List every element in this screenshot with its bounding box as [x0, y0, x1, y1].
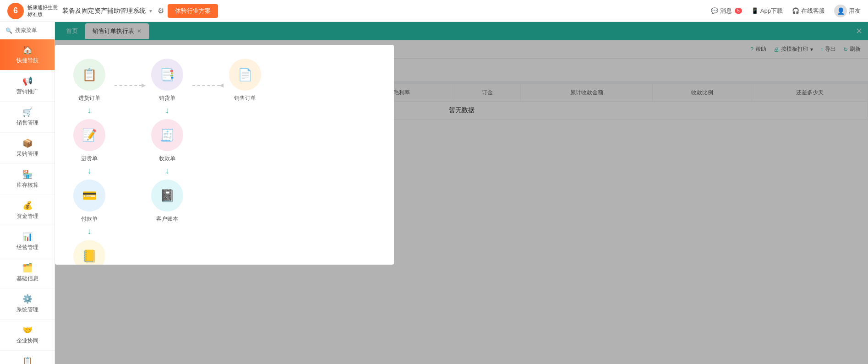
- online-service-action[interactable]: 🎧 在线客服: [792, 7, 825, 15]
- customer-ledger-circle: 📓: [151, 179, 183, 212]
- receipt-bill-circle: 🧾: [151, 119, 183, 151]
- enterprise-icon: 🤝: [22, 325, 33, 335]
- customer-ledger-label: 客户账本: [156, 215, 178, 223]
- search-icon: 🔍: [5, 27, 12, 34]
- receipt-bill-label: 收款单: [159, 155, 175, 163]
- payment-bill-node[interactable]: 💳 付款单: [73, 179, 105, 223]
- message-action[interactable]: 💬 消息 5: [711, 7, 742, 15]
- operations-icon: 📊: [22, 232, 33, 242]
- sidebar-item-finance[interactable]: 💰 资金管理: [0, 195, 55, 226]
- dashed-arrow-right-1: ▶: [115, 70, 142, 102]
- quick-guide-panel: 📋 进货订单 ↓ 📝 进货单: [55, 45, 394, 265]
- system-name: 装备及固定资产辅助管理系统: [62, 7, 146, 15]
- message-badge: 5: [735, 8, 742, 14]
- sales-bill-circle: 📑: [151, 59, 183, 91]
- sidebar-item-inventory[interactable]: 🏪 库存核算: [0, 164, 55, 195]
- purchase-bill-node[interactable]: 📝 进货单: [73, 119, 105, 163]
- settings-icon[interactable]: ⚙: [158, 6, 164, 15]
- purchase-icon: 📦: [22, 138, 33, 148]
- dropdown-arrow-icon[interactable]: ▾: [149, 8, 152, 14]
- marketing-icon: 📢: [22, 76, 33, 86]
- user-action[interactable]: 👤 用友: [834, 5, 861, 17]
- col-arrows-2: ◀: [192, 59, 220, 265]
- app-download-action[interactable]: 📱 App下载: [751, 7, 783, 15]
- sidebar-item-newbie[interactable]: 📋 新手引导: [0, 351, 55, 364]
- sales-order-label: 销售订单: [234, 94, 256, 102]
- sidebar-item-quick-nav[interactable]: 🏠 快捷导航: [0, 39, 55, 71]
- supplier-ledger-node[interactable]: 📒 供应商账本: [73, 240, 105, 265]
- header-right: 💬 消息 5 📱 App下载 🎧 在线客服 👤 用友: [711, 5, 861, 17]
- sales-icon: 🛒: [22, 107, 33, 117]
- flow-diagram: 📋 进货订单 ↓ 📝 进货单: [73, 59, 376, 265]
- finance-icon: 💰: [22, 201, 33, 211]
- system-icon: ⚙️: [22, 294, 33, 304]
- purchase-bill-label: 进货单: [81, 155, 98, 163]
- sales-order-node[interactable]: 📄 销售订单: [229, 59, 261, 102]
- arrow-down-3: ↓: [87, 227, 92, 236]
- arrow-down-2: ↓: [87, 166, 92, 176]
- sidebar-item-sales[interactable]: 🛒 销售管理: [0, 102, 55, 133]
- app-icon: 📱: [751, 7, 759, 14]
- inventory-icon: 🏪: [22, 169, 33, 179]
- purchase-order-circle: 📋: [73, 59, 105, 91]
- sales-bill-node[interactable]: 📑 销货单: [151, 59, 183, 102]
- newbie-icon: 📋: [22, 356, 33, 364]
- sales-order-circle: 📄: [229, 59, 261, 91]
- arrow-down-1: ↓: [87, 106, 92, 115]
- arrow-down-5: ↓: [165, 166, 169, 176]
- purchase-bill-circle: 📝: [73, 119, 105, 151]
- flow-dialog-overlay[interactable]: 📋 进货订单 ↓ 📝 进货单: [55, 22, 868, 364]
- purchase-order-node[interactable]: 📋 进货订单: [73, 59, 105, 102]
- purchase-order-label: 进货订单: [78, 94, 100, 102]
- message-icon: 💬: [711, 7, 718, 14]
- logo-icon: 6: [7, 3, 24, 19]
- col-arrows: ▶: [115, 59, 142, 265]
- sidebar-item-operations[interactable]: 📊 经营管理: [0, 226, 55, 257]
- supplier-ledger-circle: 📒: [73, 240, 105, 265]
- logo-area: 6 畅康通好生意 标准版: [7, 3, 62, 19]
- user-avatar: 👤: [834, 5, 847, 17]
- content-area: 首页 销售订单执行表 ✕ ✕ ? 帮助 🖨 按模板打印 ▾ ↑ 导出: [55, 22, 868, 364]
- top-header: 6 畅康通好生意 标准版 装备及固定资产辅助管理系统 ▾ ⚙ 体验行业方案 💬 …: [0, 0, 868, 22]
- sidebar-item-purchase[interactable]: 📦 采购管理: [0, 133, 55, 164]
- main-layout: 🔍 搜索菜单 🏠 快捷导航 📢 营销推广 🛒 销售管理 📦 采购管理 🏪 库存核…: [0, 22, 868, 364]
- quick-nav-icon: 🏠: [22, 45, 33, 55]
- receipt-bill-node[interactable]: 🧾 收款单: [151, 119, 183, 163]
- search-menu[interactable]: 🔍 搜索菜单: [0, 22, 55, 39]
- sidebar: 🔍 搜索菜单 🏠 快捷导航 📢 营销推广 🛒 销售管理 📦 采购管理 🏪 库存核…: [0, 22, 55, 364]
- sidebar-item-system[interactable]: ⚙️ 系统管理: [0, 288, 55, 320]
- payment-bill-circle: 💳: [73, 179, 105, 212]
- service-icon: 🎧: [792, 7, 799, 14]
- system-title: 装备及固定资产辅助管理系统 ▾ ⚙ 体验行业方案: [62, 4, 711, 18]
- sales-bill-label: 销货单: [159, 94, 175, 102]
- logo-text: 畅康通好生意 标准版: [27, 4, 58, 17]
- sidebar-item-enterprise[interactable]: 🤝 企业协同: [0, 320, 55, 351]
- sidebar-item-basic[interactable]: 🗂️ 基础信息: [0, 257, 55, 288]
- payment-bill-label: 付款单: [81, 215, 98, 223]
- arrow-down-4: ↓: [165, 106, 169, 115]
- trial-button[interactable]: 体验行业方案: [168, 4, 218, 18]
- sidebar-item-marketing[interactable]: 📢 营销推广: [0, 71, 55, 102]
- basic-icon: 🗂️: [22, 263, 33, 273]
- dashed-arrow-right-2: ◀: [192, 70, 220, 102]
- customer-ledger-node[interactable]: 📓 客户账本: [151, 179, 183, 223]
